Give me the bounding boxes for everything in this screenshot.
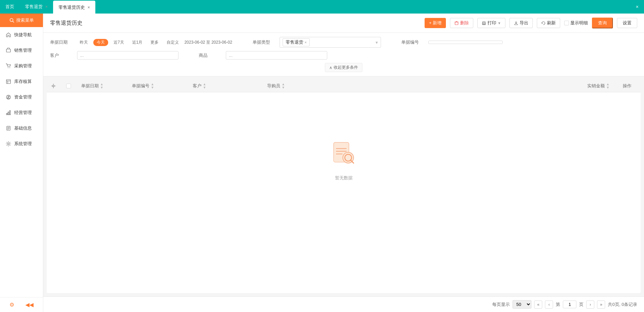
tab-retail-return-history[interactable]: 零售退货历史 × bbox=[53, 1, 95, 14]
page-label: 页 bbox=[579, 302, 583, 308]
last-page-button[interactable]: » bbox=[597, 300, 605, 309]
content-area: 零售退货历史 + 新增 删除 打印 ▼ 导出 bbox=[43, 14, 644, 312]
refresh-button[interactable]: 刷新 bbox=[537, 18, 560, 28]
svg-rect-2 bbox=[6, 49, 10, 52]
window-close-icon[interactable]: × bbox=[636, 4, 644, 9]
inventory-icon bbox=[5, 79, 11, 85]
operations-icon bbox=[5, 110, 11, 116]
settings-button[interactable]: 设置 bbox=[617, 18, 637, 28]
sort-billno-icon: ▲▼ bbox=[151, 83, 154, 89]
next-page-button[interactable]: › bbox=[586, 300, 594, 309]
date-btn-1month[interactable]: 近1月 bbox=[129, 39, 145, 46]
sidebar-item-operations[interactable]: 经营管理 bbox=[0, 105, 43, 120]
page-title: 零售退货历史 bbox=[50, 20, 82, 27]
tab-home[interactable]: 首页 bbox=[0, 0, 20, 14]
sort-customer-icon: ▲▼ bbox=[203, 83, 206, 89]
svg-rect-9 bbox=[6, 113, 7, 115]
filter-area: 单据日期 昨天 今天 近7天 近1月 更多 自定义 2023-06-02 至 2… bbox=[43, 33, 644, 76]
filter-row-2: 客户 ... 商品 ... bbox=[50, 51, 637, 60]
export-button[interactable]: 导出 bbox=[509, 18, 533, 28]
basic-info-icon bbox=[5, 125, 11, 131]
date-label: 单据日期 bbox=[50, 39, 70, 45]
collapse-button[interactable]: ∧ 收起更多条件 bbox=[325, 63, 362, 72]
bill-no-label: 单据编号 bbox=[401, 39, 422, 45]
goods-label: 商品 bbox=[199, 52, 219, 59]
date-btn-yesterday[interactable]: 昨天 bbox=[77, 39, 91, 46]
customer-input[interactable]: ... bbox=[77, 51, 178, 60]
page-number-input[interactable] bbox=[563, 300, 576, 308]
table-area: 单据日期 ▲▼ 单据编号 ▲▼ 客户 ▲▼ 导购员 ▲▼ 实销金额 ▲▼ bbox=[47, 80, 641, 293]
th-checkbox[interactable] bbox=[60, 84, 77, 88]
svg-point-4 bbox=[9, 67, 10, 68]
sidebar-item-purchase-mgmt[interactable]: 采购管理 bbox=[0, 58, 43, 74]
th-billno[interactable]: 单据编号 ▲▼ bbox=[128, 83, 189, 89]
add-button[interactable]: + 新增 bbox=[425, 18, 446, 28]
sidebar-item-finance[interactable]: 资金管理 bbox=[0, 89, 43, 105]
th-customer[interactable]: 客户 ▲▼ bbox=[189, 83, 263, 89]
filter-row-1: 单据日期 昨天 今天 近7天 近1月 更多 自定义 2023-06-02 至 2… bbox=[50, 37, 637, 48]
sort-date-icon: ▲▼ bbox=[100, 83, 103, 89]
sidebar-search[interactable]: 搜索菜单 bbox=[0, 14, 43, 27]
refresh-icon bbox=[541, 21, 546, 25]
page-label-before: 第 bbox=[556, 302, 560, 308]
svg-rect-17 bbox=[455, 22, 458, 25]
bill-type-dropdown-icon[interactable]: ▾ bbox=[376, 40, 378, 45]
delete-icon bbox=[454, 21, 459, 25]
svg-rect-5 bbox=[6, 80, 10, 84]
empty-illustration bbox=[329, 139, 359, 170]
goods-input[interactable]: ... bbox=[226, 51, 327, 60]
svg-rect-11 bbox=[9, 111, 10, 115]
sidebar-item-basic-info[interactable]: 基础信息 bbox=[0, 120, 43, 136]
table-header: 单据日期 ▲▼ 单据编号 ▲▼ 客户 ▲▼ 导购员 ▲▼ 实销金额 ▲▼ bbox=[47, 80, 641, 92]
th-settings[interactable] bbox=[47, 84, 60, 88]
bill-no-input[interactable] bbox=[428, 41, 503, 44]
header-actions: + 新增 删除 打印 ▼ 导出 刷新 bbox=[425, 18, 637, 28]
close-retail-return-history-tab[interactable]: × bbox=[88, 5, 90, 10]
svg-rect-21 bbox=[483, 24, 485, 24]
bill-type-tag: 零售退货 × bbox=[283, 38, 310, 46]
print-button[interactable]: 打印 ▼ bbox=[477, 18, 505, 28]
top-bar: 首页 零售退货 × 零售退货历史 × × bbox=[0, 0, 644, 14]
bill-type-label: 单据类型 bbox=[253, 39, 273, 45]
sidebar-item-quick-nav[interactable]: 快捷导航 bbox=[0, 27, 43, 43]
close-retail-return-tab[interactable]: × bbox=[45, 4, 48, 9]
svg-point-3 bbox=[8, 67, 8, 68]
purchase-icon bbox=[5, 63, 11, 69]
page-header: 零售退货历史 + 新增 删除 打印 ▼ 导出 bbox=[43, 14, 644, 33]
display-toggle[interactable]: 显示明细 bbox=[564, 20, 588, 26]
first-page-button[interactable]: « bbox=[534, 300, 542, 309]
delete-button[interactable]: 删除 bbox=[450, 18, 473, 28]
sidebar-item-inventory[interactable]: 库存核算 bbox=[0, 74, 43, 89]
sidebar: 搜索菜单 快捷导航 销售管理 采购管理 库存核算 bbox=[0, 14, 43, 312]
page-size-select[interactable]: 50 10 20 100 bbox=[512, 300, 531, 309]
volume-icon[interactable]: ◀◀ bbox=[25, 302, 33, 308]
bill-type-filter[interactable]: 零售退货 × ▾ bbox=[280, 37, 381, 48]
date-btn-custom[interactable]: 自定义 bbox=[164, 39, 182, 46]
total-label: 共0页, 0条记录 bbox=[608, 302, 637, 308]
date-btn-7days[interactable]: 近7天 bbox=[111, 39, 127, 46]
th-date[interactable]: 单据日期 ▲▼ bbox=[77, 83, 128, 89]
date-btn-today[interactable]: 今天 bbox=[93, 39, 108, 46]
sort-amount-icon: ▲▼ bbox=[606, 83, 610, 89]
sidebar-item-system-mgmt[interactable]: 系统管理 bbox=[0, 136, 43, 152]
th-amount[interactable]: 实销金额 ▲▼ bbox=[331, 83, 614, 89]
display-toggle-checkbox[interactable] bbox=[564, 21, 569, 25]
sidebar-item-sales-mgmt[interactable]: 销售管理 bbox=[0, 43, 43, 58]
main-layout: 搜索菜单 快捷导航 销售管理 采购管理 库存核算 bbox=[0, 14, 644, 312]
svg-point-22 bbox=[53, 85, 54, 87]
svg-line-1 bbox=[13, 21, 14, 23]
select-all-checkbox[interactable] bbox=[66, 84, 71, 88]
th-guide[interactable]: 导购员 ▲▼ bbox=[263, 83, 331, 89]
bill-type-tag-close[interactable]: × bbox=[305, 40, 307, 44]
finance-icon bbox=[5, 94, 11, 100]
sidebar-bottom: ⚙ ◀◀ bbox=[0, 297, 43, 312]
query-button[interactable]: 查询 bbox=[592, 18, 613, 28]
th-action: 操作 bbox=[614, 83, 641, 89]
sort-guide-icon: ▲▼ bbox=[282, 83, 285, 89]
prev-page-button[interactable]: ‹ bbox=[545, 300, 553, 309]
settings-bottom-icon[interactable]: ⚙ bbox=[9, 302, 14, 308]
date-btn-more[interactable]: 更多 bbox=[148, 39, 161, 46]
chevron-up-icon: ∧ bbox=[329, 65, 332, 70]
table-settings-icon[interactable] bbox=[51, 84, 56, 88]
tab-retail-return[interactable]: 零售退货 × bbox=[20, 0, 53, 14]
